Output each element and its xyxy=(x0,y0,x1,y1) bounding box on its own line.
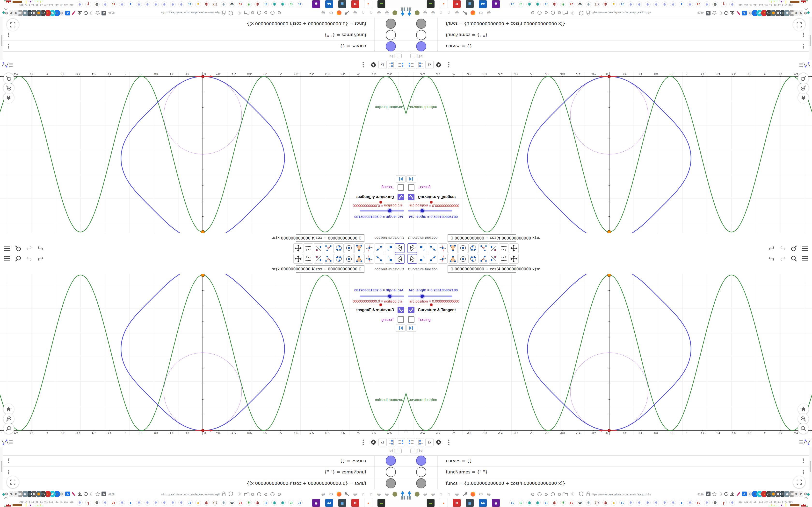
tool-circle-with-center[interactable] xyxy=(344,243,354,253)
bookmark-favicon[interactable]: ● xyxy=(195,500,201,506)
tool-slider[interactable]: a = 2 xyxy=(499,254,508,264)
bookmark-favicon[interactable]: ✾ xyxy=(77,500,83,506)
scrollbar-thumb[interactable] xyxy=(810,461,811,472)
back-arrow-icon[interactable] xyxy=(571,11,576,15)
bookmark-favicon[interactable]: G xyxy=(569,1,574,7)
dropdown-caret-icon[interactable] xyxy=(272,237,276,239)
menu-icon[interactable] xyxy=(3,255,11,262)
app-floppy-64-icon[interactable]: 64 xyxy=(479,499,487,507)
badge-olive-icon[interactable] xyxy=(414,10,420,16)
lock-icon[interactable] xyxy=(586,11,590,15)
tool-move[interactable] xyxy=(395,243,405,253)
algebra-row[interactable]: funcNames = {" "} xyxy=(406,467,809,478)
more-options-icon[interactable] xyxy=(359,438,367,446)
visibility-marble[interactable] xyxy=(386,478,396,489)
tool-circle-with-center[interactable] xyxy=(458,254,468,264)
brush-icon[interactable] xyxy=(736,492,741,496)
bookmark-favicon[interactable]: ✾ xyxy=(145,500,150,506)
tool-move-graphics-view[interactable] xyxy=(293,254,303,264)
bookmark-favicon[interactable]: ✻ xyxy=(560,500,566,506)
download-icon[interactable] xyxy=(77,492,82,496)
fullscreen-button[interactable] xyxy=(793,476,805,488)
curvature-function-input[interactable]: 1.000000000000 + cos(4.000000000000 x) xyxy=(296,234,364,242)
star-icon[interactable] xyxy=(95,492,100,496)
bookmark-favicon[interactable]: ✾ xyxy=(670,500,676,506)
chevron-up-icon[interactable] xyxy=(4,8,8,10)
folder-icon[interactable] xyxy=(563,11,568,15)
bookmark-favicon[interactable]: ✾ xyxy=(636,1,642,7)
chevron-up-icon[interactable] xyxy=(804,497,808,499)
tool-point[interactable]: A xyxy=(418,254,427,264)
bookmark-favicon[interactable]: ◎ xyxy=(204,1,209,7)
dropdown-caret-icon[interactable] xyxy=(272,268,276,270)
undo-button[interactable] xyxy=(37,255,44,262)
headset-icon[interactable]: ∩ xyxy=(438,491,444,497)
tool-perpendicular-line[interactable] xyxy=(438,243,448,253)
algebra-style-tree-button[interactable] xyxy=(416,61,424,69)
bookmark-favicon[interactable]: ✾ xyxy=(102,1,108,7)
search-icon[interactable] xyxy=(14,255,22,262)
app-owl-icon[interactable]: ◉ xyxy=(312,499,320,507)
headset-icon[interactable]: ∩ xyxy=(446,10,452,16)
algebra-stylebar-icon[interactable] xyxy=(799,438,811,446)
bookmark-favicon[interactable]: ✾ xyxy=(729,1,735,7)
bookmark-favicon[interactable]: ✾ xyxy=(153,500,159,506)
tool-point[interactable]: A xyxy=(385,254,394,264)
arc-length-slider[interactable] xyxy=(408,210,452,212)
bookmark-favicon[interactable]: G xyxy=(297,1,303,7)
headset-icon[interactable]: ∩ xyxy=(446,491,452,497)
star-icon[interactable] xyxy=(712,11,717,15)
tool-perpendicular-line[interactable] xyxy=(438,254,448,264)
menu-icon[interactable] xyxy=(801,245,809,252)
visibility-marble[interactable] xyxy=(416,30,426,40)
wrench-icon[interactable] xyxy=(344,10,350,16)
app-monitor-gear-icon[interactable]: ▣ xyxy=(338,0,346,8)
fx-button[interactable]: ƒx xyxy=(378,61,387,69)
app-floppy-64-icon[interactable]: 64 xyxy=(325,499,333,507)
row-menu-icon[interactable] xyxy=(802,469,805,475)
bookmark-favicon[interactable]: ◎ xyxy=(552,1,558,7)
globe-icon[interactable]: ⊕ xyxy=(384,10,390,16)
visibility-marble[interactable] xyxy=(416,456,426,466)
collapse-button[interactable]: − xyxy=(397,54,402,58)
back-arrow-icon[interactable] xyxy=(236,11,241,15)
fx-button[interactable]: ƒx xyxy=(425,61,434,69)
download-icon[interactable] xyxy=(730,11,735,15)
bookmark-favicon[interactable]: G xyxy=(238,500,243,506)
translate-blue-icon[interactable]: A xyxy=(742,492,747,496)
visibility-marble[interactable] xyxy=(416,18,426,29)
bookmark-favicon[interactable]: ◎ xyxy=(254,1,260,7)
trace-point[interactable] xyxy=(608,274,611,277)
tool-perpendicular-line[interactable] xyxy=(364,243,374,253)
bookmark-favicon[interactable]: ✾ xyxy=(179,1,184,7)
algebra-stylebar-icon[interactable] xyxy=(799,61,811,69)
bookmark-favicon[interactable]: G xyxy=(111,1,116,7)
bookmark-favicon[interactable]: ● xyxy=(678,1,684,7)
zoom-out-button[interactable] xyxy=(3,73,14,84)
translate-blue-icon[interactable]: A xyxy=(742,11,747,15)
step-button[interactable] xyxy=(406,324,416,332)
algebra-row[interactable]: curves = {} xyxy=(406,40,809,52)
bookmark-favicon[interactable]: ✾ xyxy=(179,500,184,506)
fx-button[interactable]: ƒx xyxy=(425,438,434,446)
app-monitor-gear-icon[interactable]: ▣ xyxy=(466,0,474,8)
bookmark-favicon[interactable]: ƒ xyxy=(85,1,91,7)
algebra-style-list-button[interactable] xyxy=(407,438,415,446)
bookmark-favicon[interactable]: ◎ xyxy=(603,1,608,7)
bookmark-favicon[interactable]: ⚙ xyxy=(712,500,718,506)
collapse-button[interactable]: − xyxy=(410,54,415,58)
row-menu-icon[interactable] xyxy=(802,32,805,38)
tool-move[interactable] xyxy=(407,243,417,253)
algebra-row[interactable]: funcNames = {" "} xyxy=(3,29,406,40)
row-menu-icon[interactable] xyxy=(7,469,10,475)
bookmark-favicon[interactable]: ✾ xyxy=(136,500,142,506)
firefox-icon[interactable] xyxy=(336,10,342,16)
settings-gear-button[interactable] xyxy=(435,438,443,446)
step-button[interactable] xyxy=(396,175,406,183)
trace-point[interactable] xyxy=(201,230,204,233)
tool-angle[interactable]: α xyxy=(324,254,334,264)
star-icon[interactable] xyxy=(712,492,717,496)
wrench-icon[interactable] xyxy=(462,10,468,16)
tool-move-graphics-view[interactable] xyxy=(509,254,519,264)
wrench-icon[interactable] xyxy=(462,491,468,497)
